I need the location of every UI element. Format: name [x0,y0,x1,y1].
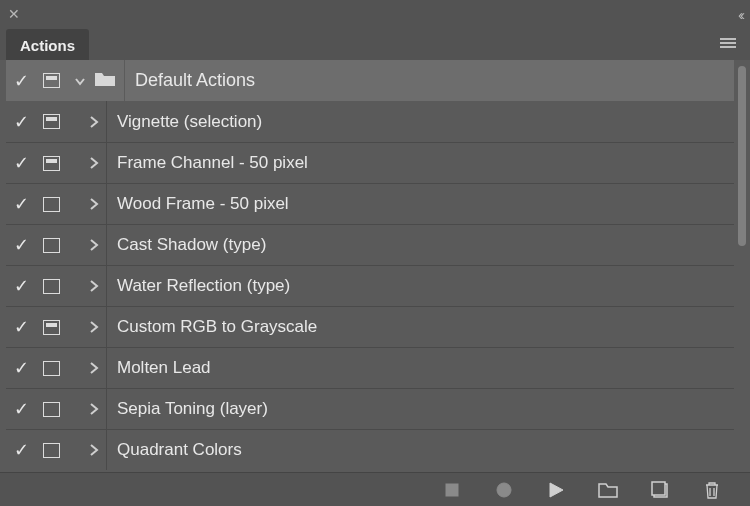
tab-bar: Actions [0,28,750,60]
expand-toggle[interactable] [66,402,106,416]
toggle-checkbox[interactable]: ✓ [6,193,36,215]
panel-menu-button[interactable] [718,36,738,54]
action-row[interactable]: ✓ Quadrant Colors [6,429,734,470]
svg-point-4 [497,483,511,497]
folder-icon [598,482,618,498]
stop-icon [445,483,459,497]
toggle-checkbox[interactable]: ✓ [6,234,36,256]
action-label: Sepia Toning (layer) [106,389,734,429]
scroll-thumb[interactable] [738,66,746,246]
check-icon: ✓ [14,275,29,297]
menu-icon [718,36,738,50]
toggle-checkbox[interactable]: ✓ [6,398,36,420]
chevron-right-icon [88,443,100,457]
dialog-icon [43,361,60,376]
check-icon: ✓ [14,234,29,256]
check-icon: ✓ [14,357,29,379]
toggle-dialog[interactable] [36,443,66,458]
action-label: Molten Lead [106,348,734,388]
expand-toggle[interactable] [66,197,106,211]
check-icon: ✓ [14,193,29,215]
toggle-dialog[interactable] [36,402,66,417]
toggle-dialog[interactable] [36,156,66,171]
record-icon [496,482,512,498]
expand-toggle[interactable] [66,74,94,88]
action-row[interactable]: ✓ Cast Shadow (type) [6,224,734,265]
toggle-dialog[interactable] [36,279,66,294]
actions-panel: ✓ Default Actions ✓ [0,60,750,472]
action-row[interactable]: ✓ Sepia Toning (layer) [6,388,734,429]
actions-list: ✓ Default Actions ✓ [0,60,734,472]
expand-toggle[interactable] [66,361,106,375]
action-row[interactable]: ✓ Custom RGB to Grayscale [6,306,734,347]
toggle-checkbox[interactable]: ✓ [6,316,36,338]
action-row[interactable]: ✓ Molten Lead [6,347,734,388]
dialog-icon [43,402,60,417]
dialog-icon [43,114,60,129]
svg-marker-5 [550,483,563,497]
new-action-icon [651,481,669,499]
play-button[interactable] [546,480,566,500]
expand-toggle[interactable] [66,156,106,170]
chevron-right-icon [88,402,100,416]
collapse-icon[interactable]: ‹‹ [738,6,742,23]
toggle-checkbox[interactable]: ✓ [6,111,36,133]
expand-toggle[interactable] [66,320,106,334]
dialog-icon [43,156,60,171]
scrollbar[interactable] [734,60,750,472]
stop-button[interactable] [442,480,462,500]
chevron-down-icon [73,74,87,88]
toggle-checkbox[interactable]: ✓ [6,70,36,92]
action-row[interactable]: ✓ Frame Channel - 50 pixel [6,142,734,183]
chevron-right-icon [88,361,100,375]
dialog-icon [43,238,60,253]
expand-toggle[interactable] [66,238,106,252]
chevron-right-icon [88,156,100,170]
action-label: Quadrant Colors [106,430,734,470]
toggle-dialog[interactable] [36,238,66,253]
check-icon: ✓ [14,398,29,420]
delete-button[interactable] [702,480,722,500]
svg-rect-3 [446,484,458,496]
chevron-right-icon [88,238,100,252]
toggle-dialog[interactable] [36,73,66,88]
check-icon: ✓ [14,70,29,92]
new-action-button[interactable] [650,480,670,500]
toggle-dialog[interactable] [36,361,66,376]
new-set-button[interactable] [598,480,618,500]
trash-icon [704,481,720,499]
action-label: Wood Frame - 50 pixel [106,184,734,224]
dialog-icon [43,320,60,335]
expand-toggle[interactable] [66,443,106,457]
action-label: Frame Channel - 50 pixel [106,143,734,183]
action-row[interactable]: ✓ Water Reflection (type) [6,265,734,306]
toggle-checkbox[interactable]: ✓ [6,275,36,297]
toggle-checkbox[interactable]: ✓ [6,357,36,379]
action-row[interactable]: ✓ Vignette (selection) [6,101,734,142]
toggle-dialog[interactable] [36,197,66,212]
folder-icon [94,71,116,91]
toggle-checkbox[interactable]: ✓ [6,439,36,461]
chevron-right-icon [88,320,100,334]
action-row[interactable]: ✓ Wood Frame - 50 pixel [6,183,734,224]
action-label: Custom RGB to Grayscale [106,307,734,347]
tab-actions[interactable]: Actions [6,29,89,60]
check-icon: ✓ [14,439,29,461]
expand-toggle[interactable] [66,115,106,129]
action-set-row[interactable]: ✓ Default Actions [6,60,734,101]
close-icon[interactable]: ✕ [8,6,20,22]
action-label: Vignette (selection) [106,101,734,142]
dialog-icon [43,279,60,294]
play-icon [548,482,564,498]
record-button[interactable] [494,480,514,500]
toggle-dialog[interactable] [36,114,66,129]
action-label: Water Reflection (type) [106,266,734,306]
dialog-icon [43,443,60,458]
expand-toggle[interactable] [66,279,106,293]
check-icon: ✓ [14,152,29,174]
chevron-right-icon [88,115,100,129]
toggle-dialog[interactable] [36,320,66,335]
toggle-checkbox[interactable]: ✓ [6,152,36,174]
panel-footer [0,472,750,506]
check-icon: ✓ [14,111,29,133]
